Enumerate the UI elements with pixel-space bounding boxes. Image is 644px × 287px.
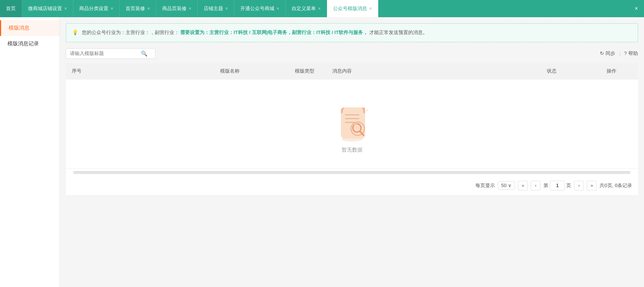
tab-home[interactable]: 首页: [0, 0, 22, 17]
main-content: 💡 您的公众号行业为：主营行业：，副营行业： 需要设置为：主营行业：IT科技 /…: [60, 17, 644, 287]
data-table: 序号 模版名称 模版类型 消息内容 状态 操作: [66, 63, 638, 168]
pagination: 每页显示 50 ∨ « ‹ 第 页 ›: [66, 176, 638, 195]
chevron-down-icon: ∨: [508, 183, 512, 188]
notice-box: 💡 您的公众号行业为：主营行业：，副营行业： 需要设置为：主营行业：IT科技 /…: [66, 23, 638, 42]
tab-open-mall-close[interactable]: ×: [277, 6, 279, 11]
tab-shop-settings-label: 微商城店铺设置: [28, 5, 62, 12]
tab-product-page-decor[interactable]: 商品页装修 ×: [156, 0, 198, 17]
sync-label: 同步: [606, 50, 615, 57]
tab-open-mall-label: 开通公众号商城: [240, 5, 274, 12]
first-page-button[interactable]: «: [518, 181, 528, 190]
search-icon[interactable]: 🔍: [141, 51, 147, 57]
sidebar-item-template-msg-label: 模版消息: [9, 25, 30, 31]
table-wrapper: 序号 模版名称 模版类型 消息内容 状态 操作: [66, 63, 638, 195]
tab-shop-theme-close[interactable]: ×: [225, 6, 228, 11]
col-action: 操作: [601, 63, 638, 79]
tab-product-page-decor-close[interactable]: ×: [189, 6, 191, 11]
empty-state: 暂无数据: [66, 79, 638, 168]
help-label: 帮助: [628, 50, 638, 57]
tab-product-page-decor-label: 商品页装修: [162, 5, 187, 12]
tab-shop-settings-close[interactable]: ×: [64, 6, 67, 11]
close-all-icon: ×: [635, 5, 638, 12]
sync-button[interactable]: ↻ 同步: [600, 50, 615, 57]
table-scrollbar[interactable]: [66, 168, 638, 176]
tab-homepage-decor-label: 首页装修: [126, 5, 145, 12]
total-info: 共0页, 0条记录: [600, 182, 632, 189]
empty-illustration: [330, 102, 375, 147]
search-input[interactable]: [70, 51, 141, 56]
help-button[interactable]: ? 帮助: [624, 50, 638, 57]
help-icon: ?: [624, 51, 627, 56]
prev-page-button[interactable]: ‹: [531, 181, 540, 190]
tab-custom-menu-close[interactable]: ×: [318, 6, 321, 11]
empty-text: 暂无数据: [66, 147, 638, 153]
actions-divider: |: [619, 51, 620, 56]
first-page-icon: «: [522, 183, 524, 188]
search-actions: ↻ 同步 | ? 帮助: [600, 50, 638, 57]
notice-prefix: 您的公众号行业为：主营行业：，副营行业：: [82, 30, 179, 35]
last-page-button[interactable]: »: [587, 181, 597, 190]
col-content: 消息内容: [326, 63, 541, 79]
tab-category-settings-close[interactable]: ×: [111, 6, 113, 11]
page-label: 页: [566, 182, 571, 189]
tab-custom-menu-label: 自定义菜单: [292, 5, 316, 12]
search-bar: 🔍 ↻ 同步 | ? 帮助: [66, 48, 638, 59]
top-navigation: 首页 微商城店铺设置 × 商品分类设置 × 首页装修 × 商品页装修 × 店铺主…: [0, 0, 644, 17]
svg-point-7: [366, 109, 367, 110]
sidebar-item-template-msg-log[interactable]: 模版消息记录: [0, 36, 59, 52]
notice-highlight: 需要设置为：主营行业：IT科技 / 互联网|电子商务，副营行业：IT科技 / I…: [180, 30, 368, 35]
table-header-row: 序号 模版名称 模版类型 消息内容 状态 操作: [66, 63, 638, 79]
page-input[interactable]: [550, 181, 565, 190]
prev-page-icon: ‹: [535, 183, 536, 188]
tab-template-message-close[interactable]: ×: [369, 6, 372, 11]
tab-template-message[interactable]: 公众号模版消息 ×: [327, 0, 378, 17]
page-input-wrap: 第 页: [543, 181, 571, 190]
last-page-icon: »: [591, 183, 593, 188]
tab-category-settings[interactable]: 商品分类设置 ×: [73, 0, 120, 17]
page-word: 第: [543, 182, 548, 189]
per-page-value: 50: [501, 183, 506, 188]
tab-shop-theme[interactable]: 店铺主题 ×: [198, 0, 234, 17]
per-page-label: 每页显示: [475, 182, 495, 189]
close-all-button[interactable]: ×: [629, 5, 644, 12]
sync-icon: ↻: [600, 51, 604, 56]
next-page-button[interactable]: ›: [574, 181, 584, 190]
tab-homepage-decor[interactable]: 首页装修 ×: [120, 0, 156, 17]
sidebar-item-template-msg-log-label: 模版消息记录: [7, 40, 39, 46]
tab-homepage-decor-close[interactable]: ×: [147, 6, 150, 11]
tab-open-mall[interactable]: 开通公众号商城 ×: [234, 0, 286, 17]
tab-template-message-label: 公众号模版消息: [333, 5, 367, 12]
tab-shop-settings[interactable]: 微商城店铺设置 ×: [22, 0, 73, 17]
notice-suffix: 才能正常发送预置的消息。: [369, 30, 428, 35]
tab-custom-menu[interactable]: 自定义菜单 ×: [286, 0, 327, 17]
next-page-icon: ›: [578, 183, 580, 188]
col-index: 序号: [66, 63, 214, 79]
col-type: 模版类型: [289, 63, 326, 79]
col-name: 模版名称: [214, 63, 289, 79]
tab-category-settings-label: 商品分类设置: [79, 5, 108, 12]
tab-home-label: 首页: [6, 5, 16, 12]
tab-shop-theme-label: 店铺主题: [204, 5, 223, 12]
sidebar-item-template-msg[interactable]: 模版消息: [0, 20, 59, 36]
fake-scrollbar: [73, 171, 631, 174]
notice-icon: 💡: [72, 30, 78, 35]
sidebar: 模版消息 模版消息记录: [0, 17, 60, 287]
col-status: 状态: [541, 63, 601, 79]
main-layout: 模版消息 模版消息记录 💡 您的公众号行业为：主营行业：，副营行业： 需要设置为…: [0, 17, 644, 287]
per-page-select[interactable]: 50 ∨: [498, 181, 515, 190]
search-input-wrap[interactable]: 🔍: [66, 48, 155, 59]
